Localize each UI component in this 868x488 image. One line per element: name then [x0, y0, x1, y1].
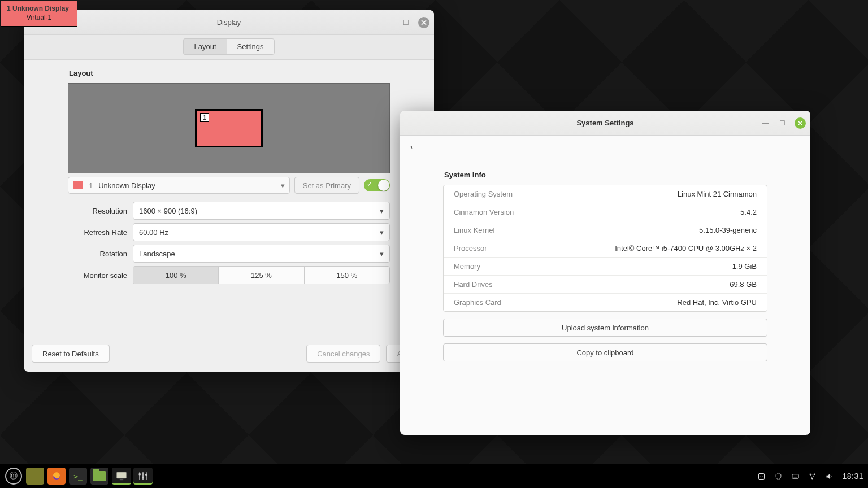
cancel-changes-button[interactable]: Cancel changes — [306, 345, 380, 363]
scale-option-125[interactable]: 125 % — [219, 267, 304, 284]
taskbar: ⓜ >_ — [0, 464, 868, 488]
copy-clipboard-button[interactable]: Copy to clipboard — [443, 343, 767, 361]
terminal-icon: >_ — [73, 472, 83, 481]
info-value: 5.15.0-39-generic — [699, 226, 757, 234]
resolution-value: 1600 × 900 (16:9) — [139, 207, 197, 215]
info-value: Red Hat, Inc. Virtio GPU — [677, 298, 757, 307]
info-row: Cinnamon Version5.4.2 — [444, 203, 767, 221]
system-tray: 18:31 — [757, 472, 863, 481]
label-resolution: Resolution — [68, 207, 127, 215]
close-icon[interactable] — [418, 17, 429, 28]
mint-logo-icon: ⓜ — [5, 468, 22, 485]
reset-defaults-button[interactable]: Reset to Defaults — [32, 345, 110, 363]
svg-rect-2 — [120, 479, 123, 480]
show-desktop-button[interactable] — [26, 468, 44, 485]
files-launcher[interactable] — [90, 468, 108, 485]
chevron-down-icon: ▾ — [380, 250, 384, 258]
monitor-selector[interactable]: 1 Unknown Display ▾ — [68, 177, 290, 194]
firefox-launcher[interactable] — [47, 468, 66, 485]
set-primary-button[interactable]: Set as Primary — [294, 177, 359, 194]
tab-settings[interactable]: Settings — [227, 38, 275, 55]
svg-point-7 — [142, 477, 144, 479]
info-value: 69.8 GB — [730, 280, 757, 289]
monitor-arrangement-canvas[interactable]: 1 — [68, 83, 390, 173]
display-identify-osd: 1 Unknown Display Virtual-1 — [1, 1, 77, 27]
info-row: Graphics CardRed Hat, Inc. Virtio GPU — [444, 294, 767, 311]
monitor-index: 1 — [89, 181, 93, 190]
rotation-dropdown[interactable]: Landscape ▾ — [133, 245, 390, 263]
maximize-icon[interactable]: ☐ — [778, 119, 787, 128]
system-settings-window: System Settings — ☐ ← System info Operat… — [400, 111, 810, 435]
display-title: Display — [217, 18, 241, 27]
monitor-enabled-toggle[interactable] — [364, 179, 390, 191]
scale-segmented: 100 % 125 % 150 % — [133, 266, 390, 284]
monitor-name: Unknown Display — [98, 181, 155, 190]
display-tabs: Layout Settings — [24, 35, 434, 60]
section-label-layout: Layout — [69, 69, 390, 77]
label-refresh: Refresh Rate — [68, 228, 127, 237]
resolution-dropdown[interactable]: 1600 × 900 (16:9) ▾ — [133, 202, 390, 220]
scale-option-100[interactable]: 100 % — [133, 267, 219, 284]
monitor-number-badge: 1 — [200, 113, 209, 122]
info-value: Linux Mint 21 Cinnamon — [678, 190, 757, 198]
maximize-icon[interactable]: ☐ — [401, 18, 410, 27]
tray-keyboard-icon[interactable] — [791, 472, 800, 481]
menu-button[interactable]: ⓜ — [5, 468, 23, 485]
info-value: Intel© Core™ i5-7400 CPU @ 3.00GHz × 2 — [615, 244, 757, 252]
info-row: Memory1.9 GiB — [444, 258, 767, 276]
info-value: 1.9 GiB — [732, 262, 757, 271]
display-task-icon — [116, 472, 127, 481]
monitor-color-swatch — [73, 181, 83, 189]
monitor-1[interactable]: 1 — [195, 109, 263, 147]
label-rotation: Rotation — [68, 250, 127, 258]
info-row: ProcessorIntel© Core™ i5-7400 CPU @ 3.00… — [444, 239, 767, 258]
osd-line1: 1 Unknown Display — [7, 5, 69, 12]
panel-clock[interactable]: 18:31 — [842, 472, 863, 481]
svg-point-6 — [138, 473, 141, 476]
task-display[interactable] — [112, 468, 131, 485]
svg-point-8 — [145, 474, 147, 476]
info-row: Hard Drives69.8 GB — [444, 276, 767, 294]
info-key: Cinnamon Version — [454, 208, 514, 216]
firefox-icon — [51, 471, 62, 481]
minimize-icon[interactable]: — — [761, 119, 770, 128]
settings-titlebar[interactable]: System Settings — ☐ — [400, 111, 810, 136]
tray-volume-icon[interactable] — [825, 472, 834, 481]
minimize-icon[interactable]: — — [384, 18, 393, 27]
info-row: Operating SystemLinux Mint 21 Cinnamon — [444, 185, 767, 203]
back-button[interactable]: ← — [408, 140, 419, 153]
settings-task-icon — [137, 470, 149, 482]
svg-rect-1 — [116, 472, 127, 478]
display-titlebar[interactable]: Display — ☐ — [24, 10, 434, 35]
info-key: Processor — [454, 244, 487, 252]
rotation-value: Landscape — [139, 250, 175, 258]
tray-removable-icon[interactable] — [757, 472, 766, 481]
chevron-down-icon: ▾ — [380, 207, 384, 215]
terminal-launcher[interactable]: >_ — [69, 468, 87, 485]
info-key: Memory — [454, 262, 480, 271]
info-row: Linux Kernel5.15.0-39-generic — [444, 221, 767, 239]
folder-icon — [93, 471, 106, 481]
info-key: Linux Kernel — [454, 226, 494, 234]
tray-network-icon[interactable] — [808, 472, 817, 481]
svg-rect-10 — [792, 474, 798, 478]
info-value: 5.4.2 — [740, 208, 757, 216]
info-key: Hard Drives — [454, 280, 493, 289]
label-scale: Monitor scale — [68, 271, 127, 280]
info-key: Graphics Card — [454, 298, 501, 307]
refresh-dropdown[interactable]: 60.00 Hz ▾ — [133, 223, 390, 241]
chevron-down-icon: ▾ — [281, 181, 285, 190]
svg-rect-9 — [759, 473, 765, 479]
task-settings[interactable] — [133, 468, 153, 485]
tab-layout[interactable]: Layout — [183, 38, 226, 55]
system-info-table: Operating SystemLinux Mint 21 CinnamonCi… — [443, 185, 767, 312]
osd-line2: Virtual-1 — [7, 14, 71, 21]
tray-updates-icon[interactable] — [774, 472, 783, 481]
upload-info-button[interactable]: Upload system information — [443, 319, 767, 337]
close-icon[interactable] — [795, 117, 806, 129]
section-label-sysinfo: System info — [444, 171, 767, 179]
display-window: Display — ☐ Layout Settings Layout 1 1 U… — [24, 10, 434, 372]
scale-option-150[interactable]: 150 % — [305, 267, 389, 284]
info-key: Operating System — [454, 190, 513, 198]
settings-title: System Settings — [576, 119, 633, 127]
